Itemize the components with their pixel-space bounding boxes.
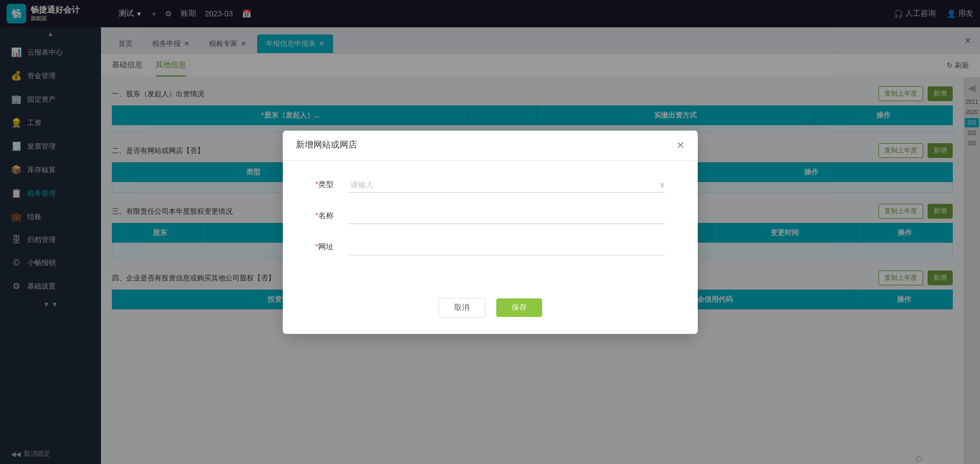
form-row-url: *网址	[316, 239, 665, 255]
save-button[interactable]: 保存	[496, 298, 542, 317]
name-input[interactable]	[348, 208, 665, 224]
url-input[interactable]	[348, 239, 665, 255]
type-input-wrap: ∨	[348, 177, 665, 193]
modal-header: 新增网站或网店 ✕	[283, 131, 698, 161]
form-row-name: *名称	[316, 208, 665, 224]
modal-title: 新增网站或网店	[296, 139, 357, 151]
url-label: *网址	[316, 242, 348, 252]
modal-body: *类型 ∨ *名称 *网址	[283, 161, 698, 287]
modal-add-website: 新增网站或网店 ✕ *类型 ∨ *名称	[283, 131, 698, 334]
url-input-wrap	[348, 239, 665, 255]
name-input-wrap	[348, 208, 665, 224]
dropdown-icon[interactable]: ∨	[660, 180, 665, 189]
type-input[interactable]	[348, 177, 660, 192]
cancel-button[interactable]: 取消	[438, 298, 485, 318]
modal-footer: 取消 保存	[283, 287, 698, 334]
name-label: *名称	[316, 211, 348, 221]
form-row-type: *类型 ∨	[316, 177, 665, 193]
type-label: *类型	[316, 180, 348, 190]
modal-overlay[interactable]: 新增网站或网店 ✕ *类型 ∨ *名称	[0, 0, 980, 464]
modal-close-button[interactable]: ✕	[676, 139, 685, 151]
